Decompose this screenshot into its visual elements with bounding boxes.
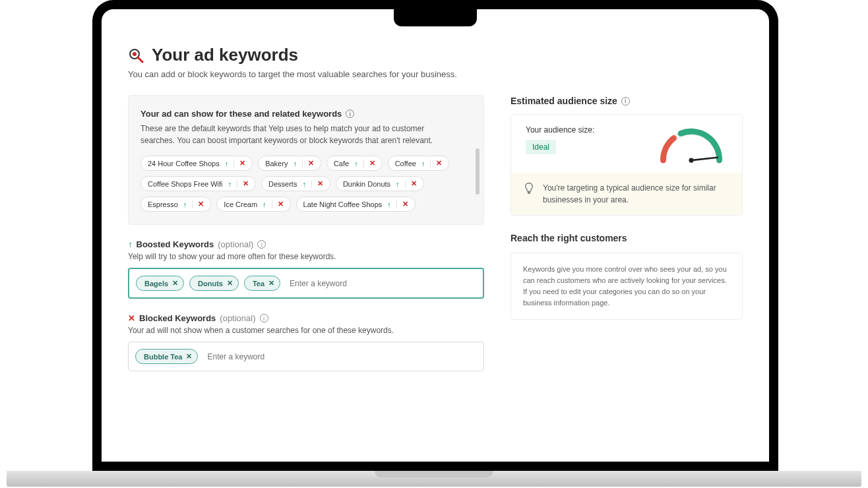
blocked-heading: Blocked Keywords [139, 313, 216, 323]
keyword-chip: Bakery↑✕ [258, 156, 321, 171]
reach-heading: Reach the right customers [511, 233, 743, 243]
keyword-chip: Late Night Coffee Shops↑✕ [296, 197, 416, 212]
keyword-label: Bakery [265, 160, 288, 168]
keyword-chip: Desserts↑✕ [261, 176, 330, 191]
keyword-chip: Coffee↑✕ [388, 156, 450, 171]
page-title: Your ad keywords [152, 45, 298, 65]
block-button[interactable]: ✕ [435, 159, 443, 168]
keyword-label: Ice Cream [224, 200, 257, 208]
audience-badge: Ideal [526, 140, 556, 154]
block-button[interactable]: ✕ [197, 200, 205, 208]
keyword-label: 24 Hour Coffee Shops [148, 160, 220, 168]
boost-button[interactable]: ↑ [353, 160, 359, 168]
block-button[interactable]: ✕ [401, 200, 410, 208]
block-button[interactable]: ✕ [368, 159, 377, 168]
yelp-magnifier-icon [128, 47, 144, 63]
default-keywords-panel: Your ad can show for these and related k… [129, 96, 483, 224]
boost-button[interactable]: ↑ [301, 180, 307, 188]
block-x-icon: ✕ [128, 313, 135, 323]
scrollbar[interactable] [476, 148, 480, 195]
tag-label: Donuts [198, 280, 223, 288]
boost-button[interactable]: ↑ [394, 180, 401, 188]
tag-chip: Bubble Tea✕ [135, 349, 198, 364]
default-keyword-list: 24 Hour Coffee Shops↑✕Bakery↑✕Cafe↑✕Coff… [140, 156, 472, 215]
blocked-input-box[interactable]: Bubble Tea✕ [128, 342, 484, 371]
remove-tag-button[interactable]: ✕ [227, 279, 233, 288]
boosted-description: Yelp will try to show your ad more often… [128, 252, 484, 261]
keyword-chip: Espresso↑✕ [140, 197, 211, 212]
tag-label: Tea [253, 280, 264, 288]
remove-tag-button[interactable]: ✕ [172, 279, 178, 288]
boost-button[interactable]: ↑ [182, 200, 189, 208]
audience-label: Your audience size: [526, 125, 594, 135]
tag-label: Bubble Tea [144, 353, 182, 361]
block-button[interactable]: ✕ [276, 200, 285, 208]
keyword-label: Coffee Shops Free Wifi [148, 180, 223, 188]
blocked-description: Your ad will not show when a customer se… [128, 326, 484, 335]
boost-button[interactable]: ↑ [261, 200, 268, 208]
info-icon[interactable]: i [260, 314, 268, 322]
screen: Your ad keywords You can add or block ke… [102, 9, 769, 462]
default-keywords-heading: Your ad can show for these and related k… [140, 109, 342, 119]
keyword-chip: 24 Hour Coffee Shops↑✕ [140, 156, 253, 171]
keyword-label: Desserts [268, 180, 297, 188]
boosted-heading: Boosted Keywords [137, 239, 214, 249]
audience-card: Your audience size: Ideal [511, 114, 743, 216]
svg-line-1 [138, 57, 142, 62]
block-button[interactable]: ✕ [316, 179, 325, 188]
block-button[interactable]: ✕ [410, 179, 418, 188]
blocked-input[interactable] [203, 350, 477, 364]
svg-line-3 [691, 158, 718, 160]
block-button[interactable]: ✕ [241, 179, 250, 188]
boosted-optional: (optional) [218, 239, 253, 249]
audience-heading: Estimated audience size [511, 96, 617, 106]
boosted-input[interactable] [286, 276, 476, 291]
keyword-label: Dunkin Donuts [343, 180, 390, 188]
gauge-icon [655, 125, 728, 166]
laptop-base [7, 471, 861, 487]
boost-button[interactable]: ↑ [292, 160, 298, 168]
tag-chip: Bagels✕ [136, 276, 184, 291]
info-icon[interactable]: i [621, 97, 630, 106]
laptop-frame: Your ad keywords You can add or block ke… [92, 0, 778, 471]
blocked-optional: (optional) [220, 313, 255, 323]
tag-label: Bagels [144, 280, 168, 288]
default-keywords-description: These are the default keywords that Yelp… [140, 123, 457, 146]
laptop-notch [394, 0, 477, 26]
boost-arrow-icon: ↑ [128, 239, 133, 249]
block-button[interactable]: ✕ [238, 159, 247, 168]
boost-button[interactable]: ↑ [224, 160, 230, 168]
svg-point-4 [689, 158, 693, 163]
keyword-label: Coffee [395, 160, 416, 168]
page-subtitle: You can add or block keywords to target … [128, 69, 743, 79]
svg-point-2 [133, 52, 137, 56]
keyword-chip: Dunkin Donuts↑✕ [336, 176, 424, 191]
boosted-input-box[interactable]: Bagels✕Donuts✕Tea✕ [128, 268, 484, 299]
keyword-chip: Cafe↑✕ [326, 156, 383, 171]
keyword-label: Late Night Coffee Shops [303, 200, 383, 208]
remove-tag-button[interactable]: ✕ [186, 352, 192, 361]
lightbulb-icon [523, 182, 535, 197]
block-button[interactable]: ✕ [307, 159, 315, 168]
boost-button[interactable]: ↑ [386, 200, 392, 208]
remove-tag-button[interactable]: ✕ [268, 279, 274, 288]
keyword-chip: Coffee Shops Free Wifi↑✕ [140, 176, 256, 191]
keyword-label: Espresso [148, 200, 178, 208]
info-icon[interactable]: i [257, 240, 266, 249]
boost-button[interactable]: ↑ [420, 160, 427, 168]
keyword-chip: Ice Cream↑✕ [216, 197, 290, 212]
reach-body: Keywords give you more control over who … [511, 253, 743, 320]
tag-chip: Tea✕ [244, 276, 280, 291]
boost-button[interactable]: ↑ [227, 180, 233, 188]
audience-tip: You're targeting a typical audience size… [543, 182, 730, 206]
info-icon[interactable]: i [346, 109, 354, 118]
tag-chip: Donuts✕ [189, 276, 239, 291]
keyword-label: Cafe [334, 160, 349, 168]
